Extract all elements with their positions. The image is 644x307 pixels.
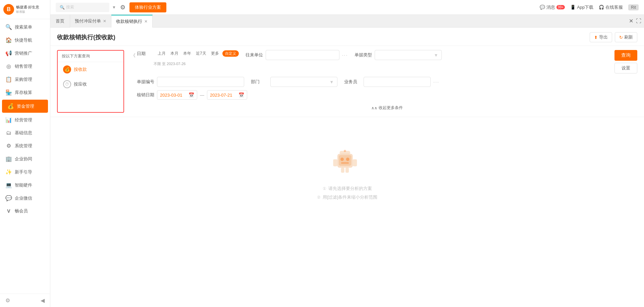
calendar-start-icon[interactable]: 📅 — [189, 92, 194, 98]
dept-select[interactable]: ▼ — [270, 77, 337, 87]
date-dash: — — [200, 93, 204, 98]
date-custom[interactable]: 自定义 — [222, 50, 239, 57]
partner-field: 往来单位 ··· — [246, 50, 348, 60]
export-button[interactable]: ⬆ 导出 — [590, 32, 612, 42]
verify-date-start-input[interactable]: 2023-03-01 📅 — [157, 90, 197, 100]
online-service-action[interactable]: 🎧 在线客服 — [599, 4, 623, 10]
purchase-icon: 📋 — [5, 76, 12, 83]
dept-chevron-icon: ▼ — [329, 80, 334, 85]
export-icon: ⬆ — [594, 35, 598, 40]
header-left: 🔍 搜索 ▼ ⚙ 体验行业方案 — [56, 2, 166, 12]
tab-receivable[interactable]: 收款核销执行 ✕ — [111, 15, 153, 28]
chevron-up-icon: ∧∧ — [371, 106, 377, 110]
message-badge: 99+ — [556, 5, 565, 9]
staff-more-icon[interactable]: ··· — [433, 79, 439, 85]
app-version: 标准版 — [16, 10, 39, 14]
svg-point-2 — [340, 158, 344, 161]
sidebar-item-label: 快捷导航 — [15, 37, 32, 43]
verify-date-start-value: 2023-03-01 — [160, 93, 182, 98]
online-service-icon: 🎧 — [599, 5, 604, 10]
sidebar-item-wechat[interactable]: 💬 企业微信 — [0, 192, 50, 205]
tab-expand-icon[interactable]: ⛶ — [636, 18, 641, 24]
sidebar-item-search-menu[interactable]: 🔍 搜索菜单 — [0, 20, 50, 34]
sidebar-item-inventory[interactable]: 🏪 库存核算 — [0, 86, 50, 99]
sidebar-item-business[interactable]: 📊 经营管理 — [0, 113, 50, 126]
date-last-month[interactable]: 上月 — [156, 50, 167, 57]
verify-date-end-input[interactable]: 2023-07-21 📅 — [207, 90, 247, 100]
sidebar-item-finance[interactable]: 💰 资金管理 — [2, 100, 48, 113]
empty-state: ① 请先选择要分析的方案 ② 用[过滤]条件来缩小分析范围 — [50, 117, 644, 228]
member-icon: V — [5, 208, 12, 214]
doc-no-label: 单据编号 — [137, 79, 154, 85]
marketing-icon: 📢 — [5, 50, 12, 56]
svg-point-10 — [344, 150, 346, 152]
refresh-button[interactable]: ↻ 刷新 — [615, 32, 637, 42]
gear-icon[interactable]: ⚙ — [119, 2, 127, 12]
partner-input[interactable] — [266, 50, 339, 60]
sidebar-collapse-icon[interactable]: ◀ — [41, 297, 45, 304]
system-icon: ⚙ — [5, 143, 12, 149]
sidebar-item-sales[interactable]: ◎ 销售管理 — [0, 60, 50, 73]
verify-date-label: 核销日期 — [137, 92, 154, 98]
refresh-icon: ↻ — [619, 35, 623, 40]
tab-close-icon[interactable]: ✕ — [629, 18, 633, 24]
message-action[interactable]: 💬 消息 99+ — [540, 4, 565, 10]
sidebar-settings-icon[interactable]: ⚙ — [5, 297, 10, 304]
sidebar-item-label: 经营管理 — [15, 117, 32, 123]
date-this-year[interactable]: 本年 — [182, 50, 193, 57]
tab-prepay-close[interactable]: ✕ — [103, 19, 106, 23]
sidebar-item-member[interactable]: V 畅会员 — [0, 205, 50, 217]
sidebar-item-hardware[interactable]: 💻 智能硬件 — [0, 178, 50, 192]
sidebar-item-system[interactable]: ⚙ 系统管理 — [0, 139, 50, 152]
sidebar-item-guide[interactable]: ✨ 新手引导 — [0, 165, 50, 178]
partner-more-icon[interactable]: ··· — [342, 52, 348, 58]
sidebar-item-label: 基础信息 — [15, 130, 32, 136]
sidebar-item-enterprise[interactable]: 🏢 企业协同 — [0, 152, 50, 165]
app-download-label: App下载 — [577, 4, 593, 10]
doc-type-label: 单据类型 — [355, 52, 372, 58]
tab-receivable-close[interactable]: ✕ — [144, 19, 148, 24]
filter-option-by-receipt[interactable]: 💰 按收款 — [58, 62, 123, 77]
tab-home[interactable]: 首页 — [50, 15, 70, 28]
hardware-icon: 💻 — [5, 182, 12, 188]
date-more[interactable]: 更多 — [210, 50, 220, 57]
sidebar-item-purchase[interactable]: 📋 采购管理 — [0, 73, 50, 86]
sidebar-item-label: 采购管理 — [15, 76, 32, 83]
date-7days[interactable]: 近7天 — [195, 50, 208, 57]
sidebar-item-marketing[interactable]: 📢 营销推广 — [0, 47, 50, 60]
doc-type-field: 单据类型 ▼ — [355, 50, 442, 60]
filter-option-by-receivable[interactable]: ⏱ 按应收 — [58, 77, 123, 92]
main-content: 🔍 搜索 ▼ ⚙ 体验行业方案 💬 消息 99+ 📱 App下载 🎧 在线客服 … — [50, 0, 644, 307]
partner-label: 往来单位 — [246, 52, 263, 58]
industry-button[interactable]: 体验行业方案 — [129, 2, 166, 12]
sidebar-item-label: 资金管理 — [17, 103, 34, 109]
date-label: 日期 — [137, 51, 154, 57]
calendar-end-icon[interactable]: 📅 — [238, 92, 244, 98]
staff-input[interactable] — [364, 77, 431, 87]
sidebar-item-basic-info[interactable]: 🗂 基础信息 — [0, 126, 50, 139]
settings-button[interactable]: 设置 — [614, 63, 637, 73]
sidebar-item-label: 系统管理 — [15, 143, 32, 149]
tab-prepay[interactable]: 预付冲应付单 ✕ — [70, 15, 111, 28]
app-download-action[interactable]: 📱 App下载 — [570, 4, 593, 10]
svg-rect-4 — [341, 162, 349, 164]
svg-rect-1 — [339, 155, 352, 166]
sidebar-item-label: 企业协同 — [15, 156, 32, 162]
doc-type-select[interactable]: ▼ — [375, 50, 442, 60]
query-button[interactable]: 查询 — [614, 50, 637, 61]
collapse-more-conditions[interactable]: ∧∧ 收起更多条件 — [137, 103, 637, 113]
page-title: 收款核销执行(按收款) — [57, 33, 115, 41]
sidebar-item-label: 智能硬件 — [15, 182, 32, 188]
tab-bar: 首页 预付冲应付单 ✕ 收款核销执行 ✕ ✕ ⛶ — [50, 15, 644, 28]
dropdown-arrow-icon[interactable]: ▼ — [112, 5, 116, 10]
svg-rect-8 — [345, 168, 349, 173]
by-receivable-icon: ⏱ — [63, 80, 71, 88]
user-avatar[interactable]: Rit — [628, 4, 639, 10]
tab-receivable-label: 收款核销执行 — [116, 18, 142, 24]
sidebar-item-quick-nav[interactable]: 🏠 快捷导航 — [0, 34, 50, 47]
basic-info-icon: 🗂 — [5, 130, 12, 136]
doc-no-input[interactable] — [157, 77, 244, 87]
filter-collapse-button[interactable]: 《 — [129, 50, 137, 113]
wechat-icon: 💬 — [5, 195, 12, 201]
date-this-month[interactable]: 本月 — [169, 50, 180, 57]
